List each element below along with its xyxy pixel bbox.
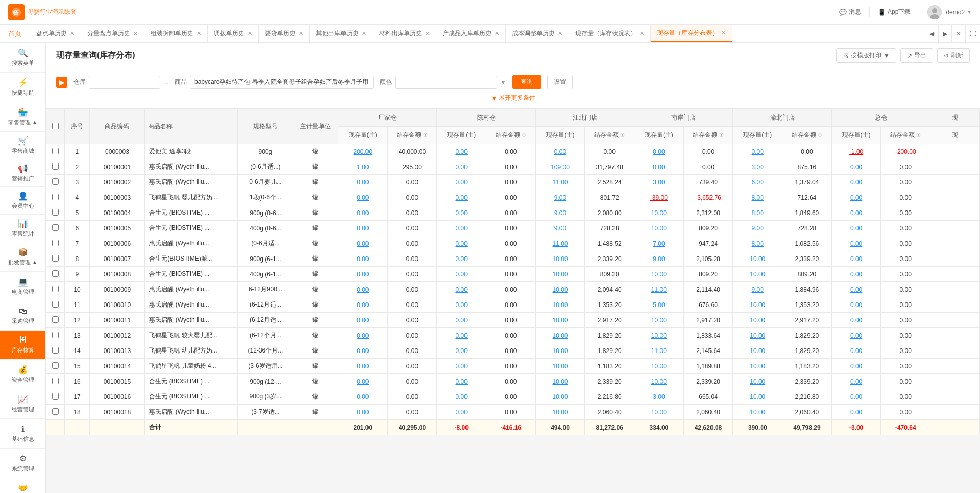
row-nanan-qty[interactable]: 9.00: [634, 251, 684, 267]
row-cfjia-qty[interactable]: 0.00: [338, 267, 388, 282]
sidebar-item-资金管理[interactable]: 💰资金管理: [0, 360, 45, 389]
row-zongcang-qty[interactable]: 0.00: [831, 343, 881, 359]
sidebar-item-电商管理[interactable]: 💻电商管理: [0, 272, 45, 301]
expand-conditions-btn[interactable]: ▼ 展开更多条件: [491, 93, 535, 102]
row-zongcang-qty[interactable]: 0.00: [831, 159, 881, 175]
row-yubei-qty[interactable]: 8.00: [733, 236, 782, 251]
row-jiangbei-qty[interactable]: 10.00: [535, 297, 585, 313]
row-select-checkbox[interactable]: [52, 270, 59, 277]
tab-close-icon[interactable]: ✕: [197, 30, 201, 37]
row-jiangbei-qty[interactable]: 0.00: [535, 144, 585, 159]
user-area[interactable]: demo2 ▼: [927, 5, 972, 19]
row-checkbox[interactable]: [46, 175, 65, 190]
tab-item[interactable]: 现存量（库存状况表）✕: [569, 25, 651, 42]
sidebar-item-搜索英单[interactable]: 🔍搜索英单: [0, 43, 45, 73]
row-checkbox[interactable]: [46, 190, 65, 205]
row-cfjia-qty[interactable]: 1.00: [338, 159, 388, 175]
info-icon-4[interactable]: ①: [719, 132, 724, 138]
row-zongcang-qty[interactable]: 0.00: [831, 175, 881, 190]
row-chencun-qty[interactable]: 0.00: [437, 251, 486, 267]
tab-next-btn[interactable]: ▶: [938, 25, 951, 42]
row-yubei-qty[interactable]: 10.00: [733, 267, 782, 282]
row-cfjia-qty[interactable]: 0.00: [338, 236, 388, 251]
tab-close-icon[interactable]: ✕: [425, 30, 430, 37]
row-zongcang-qty[interactable]: 0.00: [831, 405, 881, 420]
row-checkbox[interactable]: [46, 405, 65, 420]
info-icon-3[interactable]: ①: [620, 132, 625, 138]
tab-item[interactable]: 现存量（库存分布表）✕: [651, 25, 732, 42]
color-dropdown-icon[interactable]: ▼: [500, 79, 506, 86]
row-cfjia-qty[interactable]: 0.00: [338, 389, 388, 405]
row-select-checkbox[interactable]: [52, 224, 59, 231]
row-zongcang-qty[interactable]: 0.00: [831, 221, 881, 236]
row-chencun-qty[interactable]: 0.00: [437, 159, 486, 175]
tab-close-icon[interactable]: ✕: [133, 30, 138, 37]
row-zongcang-qty[interactable]: 0.00: [831, 328, 881, 343]
row-cfjia-qty[interactable]: 0.00: [338, 359, 388, 374]
row-chencun-qty[interactable]: 0.00: [437, 282, 486, 297]
sidebar-item-经营管理[interactable]: 📈经营管理: [0, 389, 45, 419]
tab-close-icon[interactable]: ✕: [558, 30, 562, 37]
row-yubei-qty[interactable]: 9.00: [733, 282, 782, 297]
row-select-checkbox[interactable]: [52, 178, 59, 185]
info-icon-5[interactable]: ①: [818, 132, 822, 138]
row-chencun-qty[interactable]: 0.00: [437, 389, 486, 405]
row-zongcang-qty[interactable]: 0.00: [831, 205, 881, 221]
sidebar-item-零售商城[interactable]: 🛒零售商城: [0, 132, 45, 159]
product-input[interactable]: [190, 76, 374, 89]
row-select-checkbox[interactable]: [52, 393, 59, 400]
info-icon-2[interactable]: ①: [522, 132, 526, 138]
row-chencun-qty[interactable]: 0.00: [437, 190, 486, 205]
row-cfjia-qty[interactable]: 0.00: [338, 175, 388, 190]
row-nanan-qty[interactable]: 0.00: [634, 144, 684, 159]
row-jiangbei-qty[interactable]: 9.00: [535, 205, 585, 221]
sidebar-item-零售管理[interactable]: 🏪零售管理 ▲: [0, 102, 45, 132]
row-cfjia-qty[interactable]: 200.00: [338, 144, 388, 159]
tab-close-icon[interactable]: ✕: [362, 30, 366, 37]
row-select-checkbox[interactable]: [52, 255, 59, 262]
tab-item[interactable]: 成本调整单历史✕: [506, 25, 569, 42]
row-cfjia-qty[interactable]: 0.00: [338, 328, 388, 343]
sidebar-item-会员中心[interactable]: 👤会员中心: [0, 187, 45, 215]
row-yubei-qty[interactable]: 9.00: [733, 221, 782, 236]
row-cfjia-qty[interactable]: 0.00: [338, 297, 388, 313]
row-nanan-qty[interactable]: 5.00: [634, 297, 684, 313]
row-cfjia-qty[interactable]: 0.00: [338, 374, 388, 389]
row-nanan-qty[interactable]: -39.00: [634, 190, 684, 205]
row-jiangbei-qty[interactable]: 11.00: [535, 175, 585, 190]
row-jiangbei-qty[interactable]: 10.00: [535, 389, 585, 405]
row-nanan-qty[interactable]: 10.00: [634, 359, 684, 374]
row-checkbox[interactable]: [46, 159, 65, 175]
row-checkbox[interactable]: [46, 389, 65, 405]
tab-close-icon[interactable]: ✕: [299, 30, 303, 37]
export-btn[interactable]: ↗ 导出: [900, 48, 933, 63]
row-zongcang-qty[interactable]: 0.00: [831, 297, 881, 313]
row-select-checkbox[interactable]: [52, 332, 59, 338]
row-select-checkbox[interactable]: [52, 240, 59, 246]
row-chencun-qty[interactable]: 0.00: [437, 405, 486, 420]
row-select-checkbox[interactable]: [52, 194, 59, 200]
tab-close-icon[interactable]: ✕: [721, 30, 726, 36]
row-select-checkbox[interactable]: [52, 316, 59, 323]
row-select-checkbox[interactable]: [52, 362, 59, 369]
tab-item[interactable]: 产成品入库单历史✕: [436, 25, 506, 42]
sidebar-item-采购管理[interactable]: 🛍采购管理: [0, 301, 45, 331]
row-select-checkbox[interactable]: [52, 347, 59, 354]
row-chencun-qty[interactable]: 0.00: [437, 297, 486, 313]
row-yubei-qty[interactable]: 3.00: [733, 159, 782, 175]
query-btn[interactable]: 查询: [512, 75, 541, 89]
row-chencun-qty[interactable]: 0.00: [437, 267, 486, 282]
row-yubei-qty[interactable]: 10.00: [733, 374, 782, 389]
tab-item[interactable]: 其他出库单历史✕: [310, 25, 373, 42]
refresh-btn[interactable]: ↺ 刷新: [937, 48, 970, 63]
row-checkbox[interactable]: [46, 282, 65, 297]
row-cfjia-qty[interactable]: 0.00: [338, 221, 388, 236]
row-yubei-qty[interactable]: 10.00: [733, 405, 782, 420]
row-chencun-qty[interactable]: 0.00: [437, 205, 486, 221]
row-nanan-qty[interactable]: 10.00: [634, 221, 684, 236]
row-checkbox[interactable]: [46, 359, 65, 374]
row-chencun-qty[interactable]: 0.00: [437, 328, 486, 343]
sidebar-item-批发管理[interactable]: 📦批发管理 ▲: [0, 242, 45, 272]
row-zongcang-qty[interactable]: 0.00: [831, 236, 881, 251]
row-zongcang-qty[interactable]: 0.00: [831, 313, 881, 328]
